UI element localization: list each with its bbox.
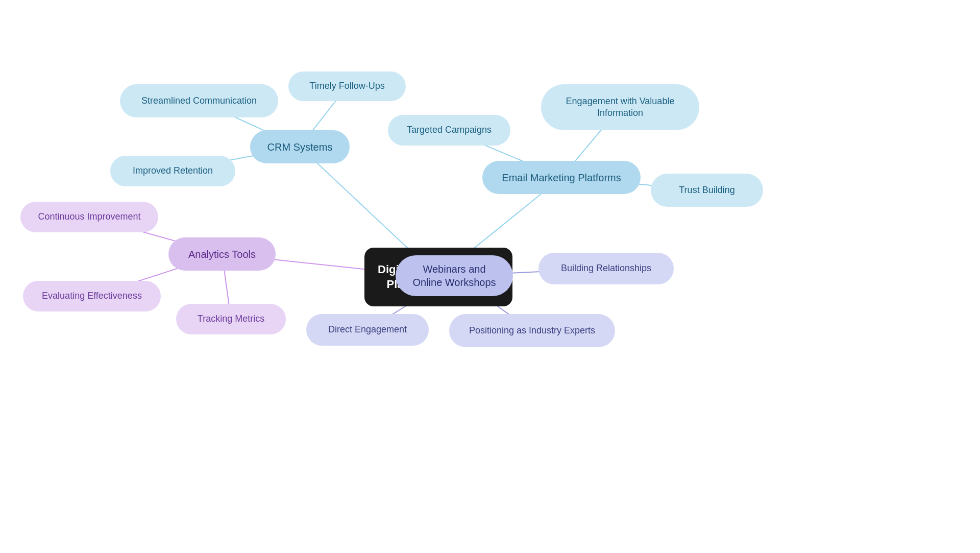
node-streamlined[interactable]: Streamlined Communication <box>120 84 278 117</box>
node-continuous[interactable]: Continuous Improvement <box>20 202 158 232</box>
node-email[interactable]: Email Marketing Platforms <box>482 161 641 194</box>
node-engagement[interactable]: Engagement with Valuable Information <box>541 84 699 130</box>
node-positioning[interactable]: Positioning as Industry Experts <box>449 314 615 347</box>
node-direct[interactable]: Direct Engagement <box>306 314 429 346</box>
node-crm[interactable]: CRM Systems <box>250 130 350 163</box>
node-tracking[interactable]: Tracking Metrics <box>176 304 286 334</box>
node-trust[interactable]: Trust Building <box>651 174 763 207</box>
node-webinars[interactable]: Webinars and Online Workshops <box>396 255 513 296</box>
mind-map-container: Digital Tools for Estate Planning Market… <box>0 0 980 553</box>
node-evaluating[interactable]: Evaluating Effectiveness <box>23 281 161 311</box>
node-improved[interactable]: Improved Retention <box>110 156 235 186</box>
node-targeted[interactable]: Targeted Campaigns <box>388 115 510 146</box>
node-building[interactable]: Building Relationships <box>538 253 674 284</box>
node-analytics[interactable]: Analytics Tools <box>168 237 276 271</box>
node-timely[interactable]: Timely Follow-Ups <box>288 71 406 101</box>
